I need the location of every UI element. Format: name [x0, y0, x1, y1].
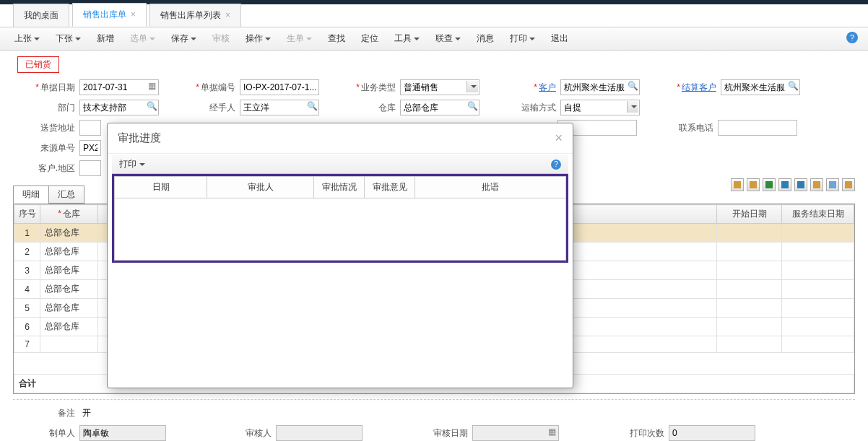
- dialog-col-审批情况[interactable]: 审批情况: [314, 177, 365, 198]
- dialog-col-批语[interactable]: 批语: [415, 177, 566, 198]
- dialog-grid-body: [114, 198, 566, 261]
- dialog-col-日期[interactable]: 日期: [115, 177, 207, 198]
- dialog-title: 审批进度: [118, 131, 161, 145]
- modal-overlay: 审批进度 × 打印 ? 日期审批人审批情况审批意见批语: [0, 0, 868, 441]
- approval-progress-dialog: 审批进度 × 打印 ? 日期审批人审批情况审批意见批语: [107, 123, 573, 388]
- dialog-print-button[interactable]: 打印: [119, 158, 145, 170]
- chevron-down-icon: [139, 163, 145, 166]
- close-icon[interactable]: ×: [555, 131, 563, 146]
- help-icon[interactable]: ?: [551, 160, 561, 170]
- dialog-col-审批人[interactable]: 审批人: [207, 177, 314, 198]
- dialog-col-审批意见[interactable]: 审批意见: [365, 177, 415, 198]
